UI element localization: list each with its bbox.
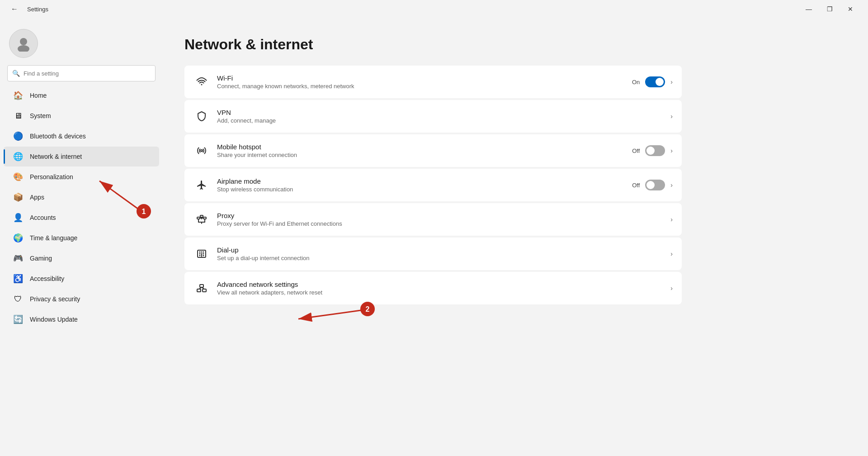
sidebar-item-bluetooth[interactable]: 🔵Bluetooth & devices <box>4 126 159 146</box>
sidebar-label-personalization: Personalization <box>30 173 73 180</box>
windows-update-icon: 🔄 <box>13 314 24 325</box>
dial-up-chevron: › <box>670 250 673 257</box>
time-icon: 🌍 <box>13 233 24 243</box>
sidebar-item-privacy[interactable]: 🛡Privacy & security <box>4 289 159 309</box>
bluetooth-icon: 🔵 <box>13 131 24 142</box>
sidebar-label-system: System <box>30 112 51 119</box>
gaming-icon: 🎮 <box>13 253 24 264</box>
sidebar-label-network: Network & internet <box>30 153 82 160</box>
vpn-chevron: › <box>670 113 673 120</box>
app-body: 🔍 🏠Home🖥System🔵Bluetooth & devices🌐Netwo… <box>0 18 868 456</box>
dial-up-desc: Set up a dial-up internet connection <box>217 255 663 261</box>
maximize-button[interactable]: ❐ <box>819 2 840 16</box>
sidebar-nav: 🏠Home🖥System🔵Bluetooth & devices🌐Network… <box>0 85 163 330</box>
dial-up-right: › <box>670 250 673 257</box>
personalization-icon: 🎨 <box>13 171 24 182</box>
airplane-mode-chevron: › <box>670 181 673 189</box>
window-controls: — ❐ ✕ <box>798 2 861 16</box>
proxy-desc: Proxy server for Wi-Fi and Ethernet conn… <box>217 220 663 227</box>
wifi-desc: Connect, manage known networks, metered … <box>217 83 625 90</box>
svg-point-1 <box>18 45 29 52</box>
mobile-hotspot-right: Off› <box>632 145 673 156</box>
sidebar-item-home[interactable]: 🏠Home <box>4 86 159 105</box>
search-input[interactable] <box>24 70 151 77</box>
vpn-right: › <box>670 113 673 120</box>
advanced-network-desc: View all network adapters, network reset <box>217 289 663 296</box>
vpn-desc: Add, connect, manage <box>217 117 663 124</box>
wifi-title: Wi-Fi <box>217 74 625 82</box>
sidebar-label-time: Time & language <box>30 234 77 242</box>
airplane-mode-icon <box>193 177 210 193</box>
sidebar-label-gaming: Gaming <box>30 255 52 262</box>
sidebar-label-windows-update: Windows Update <box>30 316 78 323</box>
settings-list: Wi-FiConnect, manage known networks, met… <box>184 66 682 304</box>
setting-card-airplane-mode[interactable]: Airplane modeStop wireless communication… <box>184 169 682 201</box>
advanced-network-right: › <box>670 285 673 292</box>
dial-up-icon <box>193 246 210 262</box>
sidebar-label-accounts: Accounts <box>30 214 56 221</box>
accessibility-icon: ♿ <box>13 273 24 284</box>
sidebar-label-apps: Apps <box>30 194 44 201</box>
search-container: 🔍 <box>0 65 163 85</box>
svg-point-2 <box>201 84 203 86</box>
airplane-mode-toggle[interactable] <box>645 180 665 190</box>
setting-card-advanced-network[interactable]: Advanced network settingsView all networ… <box>184 272 682 304</box>
setting-card-wifi[interactable]: Wi-FiConnect, manage known networks, met… <box>184 66 682 98</box>
setting-card-proxy[interactable]: ProxyProxy server for Wi-Fi and Ethernet… <box>184 203 682 236</box>
mobile-hotspot-desc: Share your internet connection <box>217 152 625 158</box>
vpn-title: VPN <box>217 109 663 116</box>
back-button[interactable]: ← <box>7 2 22 16</box>
mobile-hotspot-icon <box>193 142 210 159</box>
proxy-icon <box>193 211 210 228</box>
page-title: Network & internet <box>184 36 846 53</box>
airplane-mode-toggle-label: Off <box>632 182 640 189</box>
mobile-hotspot-toggle-label: Off <box>632 147 640 154</box>
sidebar-label-privacy: Privacy & security <box>30 295 80 303</box>
proxy-right: › <box>670 216 673 223</box>
wifi-toggle-label: On <box>632 79 640 86</box>
home-icon: 🏠 <box>13 90 24 101</box>
vpn-icon <box>193 108 210 124</box>
mobile-hotspot-title: Mobile hotspot <box>217 143 625 151</box>
sidebar-item-gaming[interactable]: 🎮Gaming <box>4 248 159 268</box>
advanced-network-icon <box>193 280 210 296</box>
setting-card-mobile-hotspot[interactable]: Mobile hotspotShare your internet connec… <box>184 134 682 167</box>
accounts-icon: 👤 <box>13 212 24 223</box>
network-icon: 🌐 <box>13 151 24 162</box>
sidebar-item-personalization[interactable]: 🎨Personalization <box>4 167 159 187</box>
svg-point-0 <box>20 38 27 45</box>
sidebar-item-network[interactable]: 🌐Network & internet <box>4 147 159 166</box>
airplane-mode-right: Off› <box>632 180 673 190</box>
sidebar-item-apps[interactable]: 📦Apps <box>4 187 159 207</box>
setting-card-vpn[interactable]: VPNAdd, connect, manage› <box>184 100 682 133</box>
airplane-mode-title: Airplane mode <box>217 177 625 185</box>
close-button[interactable]: ✕ <box>840 2 861 16</box>
sidebar-item-accessibility[interactable]: ♿Accessibility <box>4 269 159 289</box>
proxy-chevron: › <box>670 216 673 223</box>
apps-icon: 📦 <box>13 192 24 203</box>
advanced-network-title: Advanced network settings <box>217 280 663 288</box>
title-bar: ← Settings — ❐ ✕ <box>0 0 868 18</box>
wifi-chevron: › <box>670 78 673 86</box>
search-icon: 🔍 <box>12 70 20 77</box>
sidebar-item-system[interactable]: 🖥System <box>4 106 159 126</box>
setting-card-dial-up[interactable]: Dial-upSet up a dial-up internet connect… <box>184 238 682 270</box>
content-area: Network & internet Wi-FiConnect, manage … <box>163 18 868 456</box>
sidebar-item-accounts[interactable]: 👤Accounts <box>4 208 159 228</box>
sidebar-item-windows-update[interactable]: 🔄Windows Update <box>4 309 159 329</box>
minimize-button[interactable]: — <box>798 2 819 16</box>
airplane-mode-desc: Stop wireless communication <box>217 186 625 193</box>
mobile-hotspot-toggle[interactable] <box>645 145 665 156</box>
search-box[interactable]: 🔍 <box>7 65 156 81</box>
wifi-icon <box>193 74 210 90</box>
avatar-area <box>0 18 163 65</box>
avatar[interactable] <box>9 29 38 58</box>
mobile-hotspot-chevron: › <box>670 147 673 154</box>
sidebar-item-time[interactable]: 🌍Time & language <box>4 228 159 248</box>
svg-point-3 <box>201 150 203 152</box>
sidebar: 🔍 🏠Home🖥System🔵Bluetooth & devices🌐Netwo… <box>0 18 163 456</box>
dial-up-title: Dial-up <box>217 246 663 254</box>
wifi-toggle[interactable] <box>645 76 665 87</box>
app-title: Settings <box>27 6 48 13</box>
wifi-right: On› <box>632 76 673 87</box>
